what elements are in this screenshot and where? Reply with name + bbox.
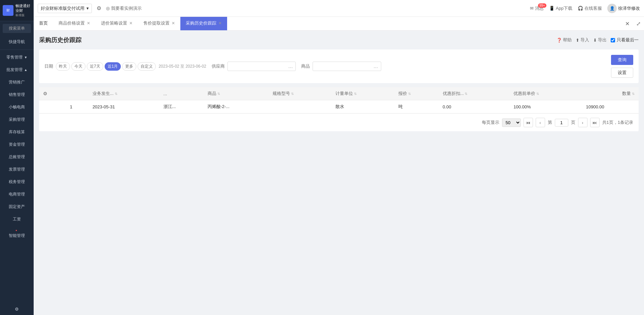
sidebar-item-fixed-assets[interactable]: 固定资产 [0,201,34,213]
cell-pre-discount-price: 10900.00 [582,100,639,113]
headset-icon: 🎧 [578,6,583,11]
th-price[interactable]: 报价 ⇅ [394,87,438,100]
export-icon: ⬇ [593,38,597,43]
sidebar-item-ecommerce[interactable]: 电商管理 [0,188,34,201]
supplier-input[interactable] [230,64,287,69]
sidebar-gear-button[interactable]: ⚙ [0,303,34,315]
sidebar-item-finance[interactable]: 资金管理 [0,138,34,151]
page-title: 采购历史价跟踪 [39,36,81,44]
next-page-button[interactable]: › [578,118,587,127]
chevron-down-icon: ▾ [86,6,89,11]
sort-icon: ⇅ [115,92,117,96]
maximize-tab-button[interactable]: ⤢ [633,18,644,30]
demo-link[interactable]: ◎ 我要看实例演示 [106,5,142,11]
demo-text: 我要看实例演示 [111,5,142,11]
topbar-gear-button[interactable]: ⚙ [95,4,103,13]
sidebar-logo: 财 畅捷通好业财 标准版 [0,0,34,21]
per-page-select[interactable]: 50 20 100 [502,118,521,127]
th-discount[interactable]: 优惠折扣... ⇅ [439,87,510,100]
last-only-checkbox[interactable] [611,38,615,42]
sidebar-search-area: 搜索菜单 [0,21,34,36]
sidebar-item-stock[interactable]: 库存核算 [0,126,34,138]
cell-biz-date: 2023-05-31 [88,100,159,113]
page-number-input[interactable] [555,119,568,127]
tab-label: 商品价格设置 [59,20,85,26]
cell-supplier: 浙江... [159,100,204,113]
th-qty[interactable]: 数量 ⇅ [582,87,639,100]
yesterday-btn[interactable]: 昨天 [56,62,70,71]
page-actions: ❓ 帮助 ⬆ 导入 ⬇ 导出 只看最后一 [557,37,639,43]
tab-bar: 首页 商品价格设置 ✕ 进价策略设置 ✕ 售价提取设置 ✕ 采购历史价跟踪 ✕ … [34,17,644,31]
sort-icon: ⇅ [291,92,294,96]
gear-icon[interactable]: ⚙ [43,91,47,96]
tab-purchase-strategy[interactable]: 进价策略设置 ✕ [96,17,138,30]
sidebar-item-label: 库存核算 [9,129,25,135]
close-icon[interactable]: ✕ [87,21,90,26]
tab-home[interactable]: 首页 [34,17,53,30]
query-button[interactable]: 查询 [611,55,633,65]
close-tab-button[interactable]: ✕ [622,18,633,30]
app-download-button[interactable]: 📱 App下载 [549,5,572,11]
last7-btn[interactable]: 近7天 [87,62,103,71]
sidebar-item-label: 小畅电商 [9,104,25,110]
sidebar-item-ecommerce-small[interactable]: 小畅电商 [0,101,34,113]
prev-page-button[interactable]: ‹ [536,118,545,127]
page-prefix-label: 第 [548,119,552,126]
tab-label: 采购历史价跟踪 [186,20,216,26]
sidebar-item-tax[interactable]: 税务管理 [0,176,34,188]
last-only-checkbox-label[interactable]: 只看最后一 [611,37,639,43]
close-icon[interactable]: ✕ [172,21,175,26]
sidebar-item-invoice[interactable]: 发票管理 [0,163,34,176]
th-dots[interactable]: ... [159,87,204,100]
red-dot-icon: ● [15,229,17,232]
content-area: 采购历史价跟踪 ❓ 帮助 ⬆ 导入 ⬇ 导出 只看最后一 [34,31,644,315]
version-selector[interactable]: 好业财标准版交付试用 ▾ [38,4,92,13]
user-menu-button[interactable]: 👤 徐泽华修改 [607,4,640,13]
settings-button[interactable]: 设置 [611,68,633,78]
sidebar-item-label: 销售管理 [9,92,25,98]
close-icon[interactable]: ✕ [129,21,133,26]
last-page-button[interactable]: ⏭ [590,118,600,127]
goods-input[interactable] [316,64,372,69]
import-link[interactable]: ⬆ 导入 [576,37,589,43]
message-button[interactable]: ✉ 消息 99+ [530,5,544,11]
goods-more-icon[interactable]: ... [373,63,378,69]
sidebar-item-salary[interactable]: 工资 [0,213,34,225]
filter-row: 日期 昨天 今天 近7天 近1月 更多 自定义 2023-05-02 至 202… [44,55,633,78]
sidebar-item-marketing[interactable]: 营销推广 [0,76,34,89]
tab-price-settings[interactable]: 商品价格设置 ✕ [53,17,96,30]
sidebar-item-purchase[interactable]: 采购管理 [0,113,34,126]
supplier-label: 供应商 [212,63,225,69]
supplier-more-icon[interactable]: ... [288,63,293,69]
tab-sale-price[interactable]: 售价提取设置 ✕ [138,17,180,30]
today-btn[interactable]: 今天 [71,62,85,71]
tabs-end-controls: ✕ ⤢ [622,18,644,30]
sidebar-item-wholesale[interactable]: 批发管理 ▲ [0,64,34,76]
export-link[interactable]: ⬇ 导出 [593,37,607,43]
first-page-button[interactable]: ⏮ [524,118,533,127]
gear-icon: ⚙ [15,307,19,312]
sidebar-item-label: 资金管理 [9,142,25,147]
date-range-display: 2023-05-02 至 2023-06-02 [158,64,206,69]
tab-history-price[interactable]: 采购历史价跟踪 ✕ [180,17,227,30]
th-unit[interactable]: 计量单位 ⇅ [331,87,394,100]
sidebar-item-general-ledger[interactable]: 总账管理 [0,151,34,163]
tab-label: 售价提取设置 [143,20,170,26]
online-service-button[interactable]: 🎧 在线客服 [578,5,602,11]
help-link[interactable]: ❓ 帮助 [557,37,572,43]
close-icon[interactable]: ✕ [218,21,222,26]
sidebar-item-smart[interactable]: ●智能管理 [0,225,34,242]
th-goods[interactable]: 商品 ⇅ [204,87,269,100]
th-biz-date[interactable]: 业务发生... ⇅ [88,87,159,100]
more-btn[interactable]: 更多 [122,62,136,71]
last1m-btn[interactable]: 近1月 [105,62,121,71]
demo-icon: ◎ [106,6,110,11]
th-spec[interactable]: 规格型号 ⇅ [269,87,331,100]
sidebar-item-quick-nav[interactable]: 快捷导航 [0,36,34,48]
pagination-bar: 每页显示 50 20 100 ⏮ ‹ 第 页 › ⏭ 共1页，1条记录 [39,113,639,131]
custom-btn[interactable]: 自定义 [138,62,156,71]
sidebar-item-sales[interactable]: 销售管理 [0,89,34,101]
sidebar-item-retail[interactable]: 零售管理 ▼ [0,51,34,64]
search-menu-button[interactable]: 搜索菜单 [3,24,31,33]
th-pre-discount-price[interactable]: 优惠前单价 ⇅ [509,87,582,100]
